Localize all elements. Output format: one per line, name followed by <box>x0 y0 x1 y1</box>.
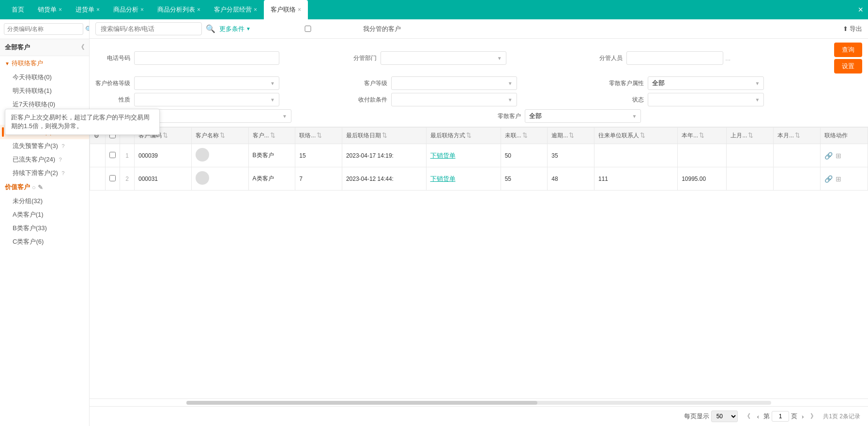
nav-customer-contact[interactable]: 客户联络 × <box>264 0 308 19</box>
sidebar-collapse-icon[interactable]: 《 <box>78 43 84 52</box>
action-grid-icon[interactable]: ⊞ <box>836 175 841 183</box>
nav-sales-order[interactable]: 销货单 × <box>31 0 69 19</box>
sidebar-item-today-contact[interactable]: 今天待联络(0) <box>0 71 89 84</box>
sidebar-item-a-class[interactable]: A类客户(1) <box>0 208 89 221</box>
sidebar-item-c-class[interactable]: C类客户(6) <box>0 235 89 249</box>
status-select[interactable]: ▼ <box>648 93 764 106</box>
search-button[interactable]: 🔍 <box>206 24 215 33</box>
page-label: 第 <box>763 412 770 421</box>
more-conditions-button[interactable]: 更多条件 ▼ <box>219 25 251 33</box>
customer-type-select[interactable]: ▼ <box>146 109 291 123</box>
nav-purchase-order[interactable]: 进货单 × <box>69 0 107 19</box>
contact-method-link[interactable]: 下销货单 <box>430 175 456 182</box>
close-customer-segmentation[interactable]: × <box>254 6 257 13</box>
manager-dots-button[interactable]: ... <box>723 55 732 62</box>
row-this-month <box>774 144 821 167</box>
scrollbar-thumb[interactable] <box>186 401 537 405</box>
nav-product-analysis[interactable]: 商品分析 × <box>107 0 151 19</box>
col-last-month[interactable]: 上月...⇅ <box>727 128 774 144</box>
col-unit-contact[interactable]: 往来单位联系人⇅ <box>594 128 678 144</box>
my-customer-checkbox[interactable] <box>255 26 361 32</box>
filter-row-2: 客户价格等级 ▼ 客户等级 ▼ 零散客户属性 全部 ▼ <box>95 76 862 90</box>
manager-select[interactable] <box>626 51 723 65</box>
nav-product-analysis-list[interactable]: 商品分析列表 × <box>151 0 207 19</box>
row-checkbox-cell[interactable] <box>106 144 120 167</box>
retail-attr-select[interactable]: 全部 ▼ <box>648 76 764 90</box>
dept-select[interactable]: ▼ <box>381 51 506 65</box>
per-page-label: 每页显示 <box>684 412 709 421</box>
action-link-icon[interactable]: 🔗 <box>824 152 833 160</box>
search-input[interactable] <box>95 22 202 35</box>
row-last-contact-method[interactable]: 下销货单 <box>426 144 501 167</box>
row-gear-cell <box>90 167 106 191</box>
row-checkbox[interactable] <box>109 175 116 181</box>
prev-page-button[interactable]: ‹ <box>755 412 761 421</box>
action-grid-icon[interactable]: ⊞ <box>836 152 841 160</box>
row-checkbox-cell[interactable] <box>106 167 120 191</box>
payment-select[interactable]: ▼ <box>391 93 517 106</box>
sidebar-value-customer-section[interactable]: 价值客户 ○ ✎ <box>0 180 89 194</box>
horizontal-scrollbar[interactable] <box>90 398 868 406</box>
churned-info-icon: ? <box>59 157 61 162</box>
page-number-input[interactable] <box>772 411 789 422</box>
query-button[interactable]: 查询 <box>834 43 862 57</box>
sidebar-item-churned[interactable]: 已流失客户(24) ? <box>0 153 89 166</box>
price-grade-select[interactable]: ▼ <box>134 76 279 90</box>
sidebar-item-declining[interactable]: 持续下滑客户(2) ? <box>0 166 89 180</box>
customer-table: ⚙ 客户编码⇅ 客户名称⇅ 客户...⇅ 联络...⇅ 最后联络日期⇅ 最后联络… <box>90 127 868 191</box>
close-customer-contact[interactable]: × <box>298 6 301 13</box>
close-sales-order[interactable]: × <box>59 6 62 13</box>
filter-customer-type: 客户类型 ▼ <box>107 109 484 123</box>
col-this-month[interactable]: 本月...⇅ <box>774 128 821 144</box>
gender-select[interactable]: ▼ <box>134 93 279 106</box>
export-button[interactable]: ⬆ 导出 <box>843 25 862 33</box>
sidebar-pending-contact-group[interactable]: ▼ 待联络客户 <box>0 56 89 71</box>
row-checkbox[interactable] <box>109 152 116 158</box>
nav-customer-segmentation[interactable]: 客户分层经营 × <box>207 0 264 19</box>
sidebar-search-input[interactable] <box>4 23 83 35</box>
table-area: ⚙ 客户编码⇅ 客户名称⇅ 客户...⇅ 联络...⇅ 最后联络日期⇅ 最后联络… <box>90 127 868 398</box>
my-customer-checkbox-label[interactable]: 我分管的客户 <box>255 25 401 33</box>
col-last-contact-method[interactable]: 最后联络方式⇅ <box>426 128 501 144</box>
sidebar-item-b-class[interactable]: B类客户(33) <box>0 221 89 235</box>
row-last-contact-method[interactable]: 下销货单 <box>426 167 501 191</box>
per-page-select[interactable]: 50 100 200 <box>711 411 738 422</box>
col-overdue[interactable]: 逾期...⇅ <box>548 128 594 144</box>
avatar <box>196 171 209 185</box>
value-customer-circle-icon[interactable]: ○ <box>32 184 36 191</box>
close-product-analysis-list[interactable]: × <box>197 6 200 13</box>
nav-home[interactable]: 首页 <box>5 0 31 19</box>
sidebar-item-ungrouped[interactable]: 未分组(32) <box>0 194 89 208</box>
churn-warning-info-icon: ? <box>61 143 64 149</box>
col-unreplied[interactable]: 未联...⇅ <box>501 128 548 144</box>
retail-customer-select[interactable]: 全部 ▼ <box>525 109 641 123</box>
scrollbar-track <box>186 401 771 405</box>
sidebar-item-churn-warning[interactable]: 流失预警客户(3) ? <box>0 139 89 153</box>
sidebar-search-icon[interactable]: 🔍 <box>85 26 90 33</box>
phone-input[interactable] <box>134 51 279 65</box>
col-contact[interactable]: 联络...⇅ <box>295 128 342 144</box>
content-area: 🔍 更多条件 ▼ 我分管的客户 ⬆ 导出 电话号码 <box>90 19 868 426</box>
value-customer-edit-icon[interactable]: ✎ <box>38 184 43 191</box>
sidebar-item-tomorrow-contact[interactable]: 明天待联络(1) <box>0 84 89 98</box>
row-contact-count: 15 <box>295 144 342 167</box>
row-unreplied: 55 <box>501 167 548 191</box>
total-info: 共1页 2条记录 <box>823 412 860 421</box>
col-last-contact-date[interactable]: 最后联络日期⇅ <box>342 128 426 144</box>
col-this-year[interactable]: 本年...⇅ <box>678 128 727 144</box>
close-product-analysis[interactable]: × <box>140 6 144 13</box>
settings-button[interactable]: 设置 <box>834 59 862 73</box>
last-page-button[interactable]: 》 <box>808 411 819 422</box>
action-link-icon[interactable]: 🔗 <box>824 175 833 183</box>
customer-grade-select[interactable]: ▼ <box>391 76 517 90</box>
first-page-button[interactable]: 《 <box>742 411 753 422</box>
sidebar-all-customers-header[interactable]: 全部客户 《 <box>0 39 89 56</box>
main-layout: 🔍 全部客户 《 ▼ 待联络客户 今天待联络(0) 明天待联络(1) 近7天待联… <box>0 19 868 426</box>
window-close-button[interactable]: × <box>858 5 863 15</box>
contact-method-link[interactable]: 下销货单 <box>430 152 456 159</box>
row-last-month <box>727 167 774 191</box>
close-purchase-order[interactable]: × <box>96 6 100 13</box>
col-name[interactable]: 客户名称⇅ <box>191 128 248 144</box>
col-customer-type[interactable]: 客户...⇅ <box>248 128 295 144</box>
next-page-button[interactable]: › <box>799 412 806 421</box>
